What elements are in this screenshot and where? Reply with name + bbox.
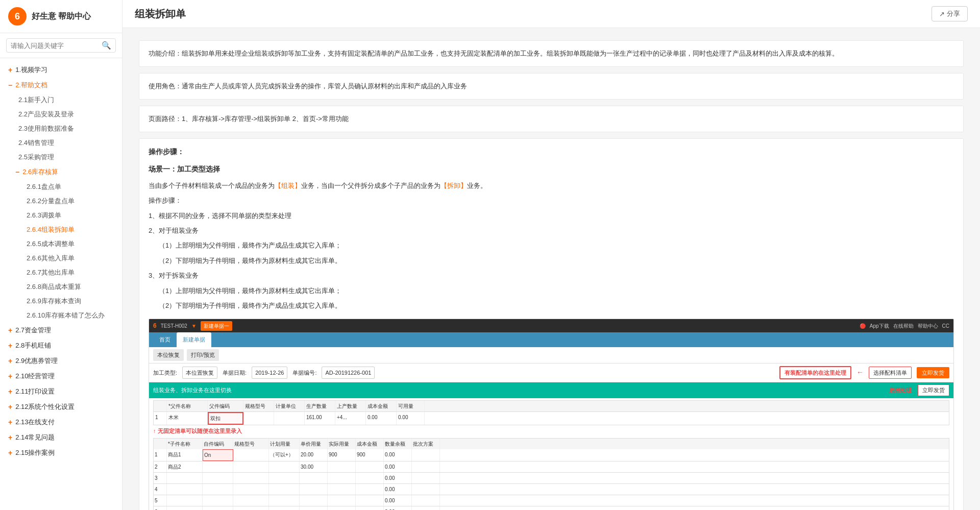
expand-icon-4: + (8, 357, 12, 365)
sc-dropdown-icon: ▼ (191, 322, 197, 330)
sc-arrow-1: ← (856, 367, 864, 379)
sc-doc-number: AD-20191226-001 (322, 367, 375, 379)
main-area: 组装拆卸单 ↗ 分享 功能介绍：组装拆卸单用来处理企业组装或拆卸等加工业务，支持… (122, 0, 980, 510)
sidebar-item-cost-adjust[interactable]: 2.6.5成本调整单 (0, 237, 122, 251)
sidebar-item-label: 1.视频学习 (15, 65, 47, 75)
sc-lower-row-2: 2 商品2 30.00 0.00 (153, 462, 949, 473)
sidebar-item-label: 2.11打印设置 (15, 387, 55, 396)
sidebar-item-label: 2.15操作案例 (15, 448, 55, 457)
scenario-title: 场景一：加工类型选择 (149, 163, 954, 176)
sc-lower-row-6: 6 0.00 (153, 506, 949, 510)
sidebar-item-stock-error[interactable]: 2.6.10库存账本错了怎么办 (0, 308, 122, 323)
sidebar-item-label: 2.14常见问题 (15, 433, 55, 442)
sidebar-item-stockcheck[interactable]: 2.6.1盘点单 (0, 180, 122, 194)
sc-tab-home: 首页 (153, 332, 177, 347)
search-button[interactable]: 🔍 (102, 41, 111, 50)
expand-icon-6: + (8, 387, 12, 396)
sidebar-item-transfer[interactable]: 2.6.3调拨单 (0, 208, 122, 223)
sidebar-item-sales[interactable]: 2.4销售管理 (0, 136, 122, 150)
sc-new-doc-btn: 新建单据一 (201, 321, 232, 331)
sidebar-item-partial-check[interactable]: 2.6.2分量盘点单 (0, 194, 122, 208)
sidebar-item-label: 2.7资金管理 (15, 326, 51, 335)
expand-icon-9: + (8, 433, 12, 442)
sc-company: TEST-H002 (161, 322, 187, 330)
sidebar-item-coupon[interactable]: + 2.9优惠券管理 (0, 353, 122, 369)
sc-lower-row-3: 3 0.00 (153, 473, 949, 484)
sidebar-item-payment[interactable]: + 2.13在线支付 (0, 415, 122, 430)
sidebar-item-cost-recalc[interactable]: 2.6.8商品成本重算 (0, 280, 122, 294)
search-input[interactable] (11, 42, 102, 50)
sidebar-item-data-prep[interactable]: 2.3使用前数据准备 (0, 122, 122, 136)
logo-icon: 6 (8, 7, 27, 26)
sc-enabled-btn: 立即发货 (918, 384, 949, 396)
logo-text: 好生意 帮助中心 (32, 11, 91, 22)
search-wrapper: 🔍 (6, 38, 116, 53)
sidebar-item-management[interactable]: + 2.10经营管理 (0, 369, 122, 384)
logo-bar: 6 好生意 帮助中心 (0, 0, 122, 33)
sc-annotation-4: 启用处理 (889, 385, 912, 395)
sidebar-item-label: 2.10经营管理 (15, 372, 55, 381)
intro-block-1: 功能介绍：组装拆卸单用来处理企业组装或拆卸等加工业务，支持有固定装配清单的产品加… (139, 40, 964, 67)
sc-lower-row-1: 1 商品1 On （可以+） 20.00 900 900 0.00 (153, 449, 949, 462)
sc-confirm-btn: 立即发货 (917, 367, 949, 379)
expand-icon: + (8, 66, 12, 74)
sc-app-dl: App下载 (870, 322, 889, 330)
expand-icon-10: + (8, 449, 12, 457)
sc-tab-new-doc: 新建单据 (177, 332, 211, 347)
sc-lower-header: *子件名称 自件编码 规格型号 计划用量 单价用量 实际用量 成本金额 数量余额… (153, 438, 949, 449)
sc-lower-row-5: 5 0.00 (153, 495, 949, 506)
sc-annotation-1: 有装配清单的在这里处理 (779, 366, 851, 380)
sc-top-bar: 6 TEST-H002 ▼ 新建单据一 🔴 App下载 在线帮助 帮助中心 CC (149, 319, 953, 332)
steps-label: 操作步骤： (149, 195, 954, 206)
share-button[interactable]: ↗ 分享 (932, 6, 968, 21)
sidebar-item-video[interactable]: + 1.视频学习 (0, 62, 122, 78)
expand-icon-8: + (8, 418, 12, 426)
sidebar-item-settings[interactable]: + 2.12系统个性化设置 (0, 399, 122, 415)
scenario-desc: 当由多个子件材料组装成一个成品的业务为【组装】业务，当由一个父件拆分成多个子产品… (149, 180, 954, 191)
sidebar-item-label: 2.9优惠券管理 (15, 356, 58, 366)
sc-type-select: 本位置恢复 (182, 367, 217, 379)
step1: 1、根据不同的业务，选择不同单据的类型来处理 (149, 210, 954, 222)
sidebar-item-finance[interactable]: + 2.7资金管理 (0, 323, 122, 338)
screenshot: 6 TEST-H002 ▼ 新建单据一 🔴 App下载 在线帮助 帮助中心 CC (149, 319, 954, 510)
collapse-icon: − (8, 81, 12, 89)
sidebar-item-inventory[interactable]: − 2.6库存核算 (0, 164, 122, 180)
sidebar-item-install[interactable]: 2.2产品安装及登录 (0, 107, 122, 122)
expand-icon-5: + (8, 372, 12, 380)
path-text: 页面路径：1、库存核算->库存管理->组装拆卸单 2、首页->常用功能 (149, 115, 349, 123)
sc-upper-table: *父件名称 父件编码 规格型号 计量单位 生产数量 上产数量 成本金额 可用量 … (153, 400, 949, 425)
sc-type-switcher: 组装业务、拆卸业务在这里切换 启用处理 立即发货 (149, 382, 953, 398)
expand-icon-7: + (8, 403, 12, 411)
sc-lower-table: *子件名称 自件编码 规格型号 计划用量 单价用量 实际用量 成本金额 数量余额… (153, 438, 949, 510)
steps-title: 操作步骤： (149, 146, 954, 158)
sc-nav-tabs: 首页 新建单据 (149, 332, 953, 347)
top-bar: 组装拆卸单 ↗ 分享 (122, 0, 980, 28)
sidebar-item-mobile[interactable]: + 2.8手机旺铺 (0, 338, 122, 353)
sidebar-item-other-in[interactable]: 2.6.6其他入库单 (0, 251, 122, 265)
step3-2: （2）下部明细为子件明细，最终作为产成品生成其它入库单。 (149, 300, 954, 311)
sc-lower-row-4: 4 0.00 (153, 484, 949, 495)
expand-icon-3: + (8, 342, 12, 350)
sc-online-help: 在线帮助 (893, 322, 914, 330)
sidebar-item-faq[interactable]: + 2.14常见问题 (0, 430, 122, 445)
sidebar-item-docs[interactable]: − 2.帮助文档 (0, 78, 122, 93)
collapse-sub-icon: − (15, 168, 19, 176)
sidebar-item-label: 2.帮助文档 (15, 81, 47, 90)
sidebar: 6 好生意 帮助中心 🔍 + 1.视频学习 − 2.帮助文档 2.1新手入门 2… (0, 0, 122, 510)
search-bar: 🔍 (0, 33, 122, 58)
sidebar-item-label: 2.6库存核算 (22, 167, 58, 177)
sidebar-item-stock-query[interactable]: 2.6.9库存账本查询 (0, 294, 122, 308)
share-icon: ↗ (939, 10, 945, 18)
sidebar-item-print[interactable]: + 2.11打印设置 (0, 384, 122, 399)
content-area: 功能介绍：组装拆卸单用来处理企业组装或拆卸等加工业务，支持有固定装配清单的产品加… (122, 28, 980, 510)
sc-btn-print: 打印/预览 (187, 349, 219, 361)
sidebar-item-other-out[interactable]: 2.6.7其他出库单 (0, 265, 122, 280)
step2: 2、对于组装业务 (149, 225, 954, 236)
intro-text-1: 功能介绍：组装拆卸单用来处理企业组装或拆卸等加工业务，支持有固定装配清单的产品加… (149, 50, 839, 57)
sidebar-item-purchase[interactable]: 2.5采购管理 (0, 150, 122, 164)
sidebar-item-assembly[interactable]: 2.6.4组装拆卸单 (0, 223, 122, 237)
sidebar-item-label: 2.13在线支付 (15, 418, 55, 427)
sidebar-item-cases[interactable]: + 2.15操作案例 (0, 445, 122, 460)
step2-1: （1）上部明细为父件明细，最终作为产成品生成其它入库单； (149, 239, 954, 251)
sidebar-item-newbie[interactable]: 2.1新手入门 (0, 93, 122, 107)
